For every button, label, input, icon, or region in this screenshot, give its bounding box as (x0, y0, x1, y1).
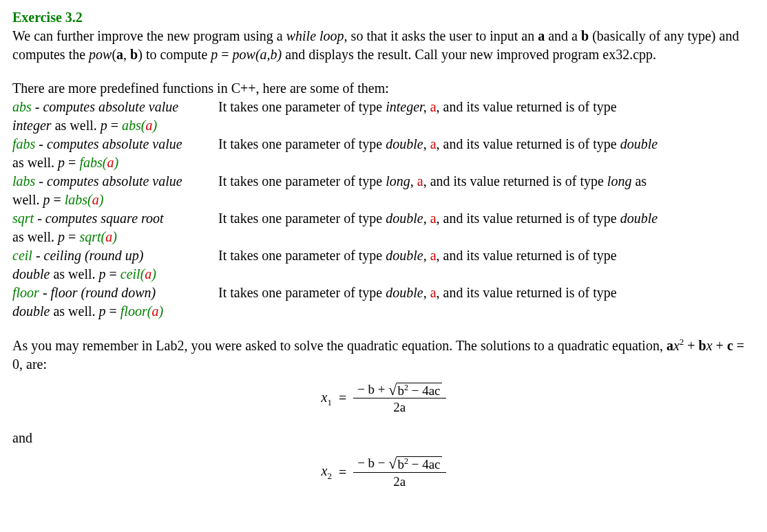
text: It takes one parameter of type (218, 99, 386, 114)
param-a: a (151, 304, 158, 319)
var-p: p (101, 118, 107, 133)
denominator: 2a (389, 398, 410, 416)
type-text: double, (386, 248, 426, 263)
text: We can further improve the new program u… (12, 28, 286, 43)
powab-text: pow(a,b) (233, 47, 282, 62)
while-loop-text: while loop, (286, 28, 348, 43)
type-text: double, (386, 136, 426, 151)
func-call: sqrt( (79, 229, 105, 244)
sub2: 2 (327, 471, 332, 481)
func-call: fabs( (79, 155, 107, 170)
pow-text: pow (89, 47, 112, 62)
text: It takes one parameter of type (218, 248, 386, 263)
param-a: a (92, 192, 99, 207)
text: As you may remember in Lab2, you were as… (12, 338, 666, 353)
text: = (106, 304, 120, 319)
num-prefix: − b − (357, 456, 388, 470)
var-p: p (99, 304, 106, 319)
minus4ac: − 4ac (408, 383, 441, 398)
text: well. (12, 192, 43, 207)
functions-intro: There are more predefined functions in C… (12, 79, 755, 98)
param-a: a (105, 229, 112, 244)
text: ) to compute (138, 47, 211, 62)
func-call: abs( (122, 118, 145, 133)
text: as (631, 173, 647, 189)
text: It takes one parameter of type (218, 173, 386, 189)
type-text: double, (386, 211, 426, 226)
func-fabs: fabs - computes absolute value It takes … (12, 135, 755, 172)
func-name: labs (12, 173, 35, 189)
func-close: ) (152, 118, 157, 133)
text: , and its value returned is of type (423, 173, 607, 189)
var-p: p (43, 192, 50, 207)
func-close: ) (112, 229, 117, 244)
func-name: sqrt (12, 211, 34, 226)
func-desc: - floor (round down) (39, 285, 156, 300)
text: , (123, 47, 130, 62)
text: , and its value returned is of type (437, 211, 620, 226)
text: + (684, 338, 698, 353)
equals: = (339, 389, 346, 407)
var-x: x (673, 338, 680, 353)
text: = (65, 155, 79, 170)
func-floor: floor - floor (round down) It takes one … (12, 284, 755, 321)
func-close: ) (151, 266, 156, 281)
text: and a (545, 28, 581, 43)
text: and displays the result. Call your new i… (282, 47, 656, 62)
formula-x1: x1 = − b + √b2 − 4ac 2a (12, 381, 755, 416)
coef-b: b (699, 338, 706, 353)
func-sqrt: sqrt - computes square root It takes one… (12, 209, 755, 246)
var-p: p (211, 47, 218, 62)
func-desc: - computes square root (34, 211, 164, 226)
func-desc: - computes absolute value (32, 99, 178, 114)
text: , and its value returned is of type (437, 285, 617, 300)
func-labs: labs - computes absolute value It takes … (12, 172, 755, 209)
text: It takes one parameter of type (218, 136, 386, 151)
param-a: a (430, 285, 437, 300)
var-a: a (116, 47, 123, 62)
var-p: p (99, 266, 106, 281)
type-text: long, (386, 173, 414, 189)
var-b: b (130, 47, 138, 62)
func-call: ceil( (120, 266, 145, 281)
func-name: fabs (12, 136, 35, 151)
text: as well. (50, 266, 98, 281)
type-text: double (12, 266, 50, 281)
text: , and its value returned is of type (437, 248, 617, 263)
text: It takes one parameter of type (218, 211, 386, 226)
text: + (713, 338, 727, 353)
func-desc: - computes absolute value (35, 173, 182, 189)
coef-a: a (666, 338, 673, 353)
func-name: floor (12, 285, 39, 300)
var-b: b (397, 383, 404, 398)
sqrt-icon: √ (388, 384, 397, 397)
sub1: 1 (327, 397, 332, 407)
type-text: double (620, 136, 658, 151)
func-ceil: ceil - ceiling (round up) It takes one p… (12, 246, 755, 284)
type-text: long (607, 173, 632, 189)
func-desc: - ceiling (round up) (32, 248, 143, 263)
text: as well. (12, 155, 58, 170)
text: = (106, 266, 120, 281)
text: = (50, 192, 64, 207)
var-a: a (538, 28, 545, 43)
func-desc: - computes absolute value (35, 136, 182, 151)
equals: = (339, 463, 346, 482)
param-a: a (417, 173, 423, 189)
type-text: double (620, 211, 658, 226)
func-abs: abs - computes absolute value It takes o… (12, 98, 755, 135)
formula-x2: x2 = − b − √b2 − 4ac 2a (12, 454, 755, 490)
text: as well. (52, 118, 101, 133)
minus4ac: − 4ac (408, 457, 441, 471)
type-text: integer, (386, 99, 426, 114)
param-a: a (430, 136, 437, 151)
exercise-heading: Exercise 3.2 (12, 8, 755, 27)
func-close: ) (99, 192, 104, 207)
func-call: floor( (120, 304, 152, 319)
text: It takes one parameter of type (218, 285, 386, 300)
text: , and its value returned is of type (437, 136, 620, 151)
var-x: x (706, 338, 713, 353)
var-p: p (58, 229, 65, 244)
param-a: a (430, 248, 437, 263)
coef-c: c (727, 338, 733, 353)
